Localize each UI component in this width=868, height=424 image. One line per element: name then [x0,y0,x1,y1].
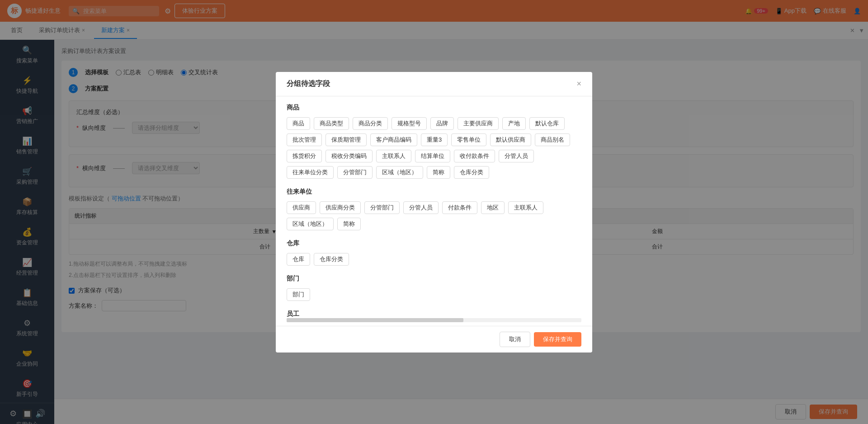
field-tag[interactable]: 仓库分类 [454,166,489,179]
modal-title: 分组待选字段 [287,79,330,89]
modal-save-button[interactable]: 保存并查询 [534,332,581,347]
field-tag[interactable]: 主联系人 [376,150,411,162]
field-section-title: 部门 [287,275,581,283]
field-section-title: 商品 [287,104,581,112]
field-section-title: 员工 [287,310,581,318]
field-grid: 部门 [287,288,581,301]
modal-body: 商品商品商品类型商品分类规格型号品牌主要供应商产地默认仓库批次管理保质期管理客户… [276,96,592,318]
field-tag[interactable]: 商品分类 [353,117,388,130]
field-tag[interactable]: 地区 [481,201,505,214]
field-tag[interactable]: 零售单位 [451,133,486,146]
field-tag[interactable]: 区域（地区） [287,218,334,230]
field-tag[interactable]: 分管部门 [364,201,400,214]
field-tag[interactable]: 规格型号 [392,117,427,130]
field-tag[interactable]: 商品 [287,117,310,130]
field-tag[interactable]: 拣货积分 [287,150,322,162]
field-tag[interactable]: 供应商 [287,201,316,214]
field-tag[interactable]: 分管人员 [403,201,439,214]
modal-footer: 取消 保存并查询 [276,326,592,353]
field-section: 往来单位供应商供应商分类分管部门分管人员付款条件地区主联系人区域（地区）简称 [287,188,581,230]
field-section: 仓库仓库仓库分类 [287,239,581,266]
field-tag[interactable]: 批次管理 [287,133,322,146]
field-tag[interactable]: 分管人员 [499,150,534,162]
field-tag[interactable]: 默认仓库 [529,117,565,130]
field-grid: 供应商供应商分类分管部门分管人员付款条件地区主联系人区域（地区）简称 [287,201,581,230]
field-tag[interactable]: 商品别名 [535,133,570,146]
field-section: 商品商品商品类型商品分类规格型号品牌主要供应商产地默认仓库批次管理保质期管理客户… [287,104,581,179]
field-tag[interactable]: 客户商品编码 [370,133,417,146]
field-grid: 商品商品类型商品分类规格型号品牌主要供应商产地默认仓库批次管理保质期管理客户商品… [287,117,581,179]
field-tag[interactable]: 往来单位分类 [287,166,334,179]
field-grid: 仓库仓库分类 [287,253,581,266]
field-tag[interactable]: 商品类型 [314,117,349,130]
field-tag[interactable]: 供应商分类 [320,201,361,214]
modal-overlay: 分组待选字段 × 商品商品商品类型商品分类规格型号品牌主要供应商产地默认仓库批次… [0,0,868,424]
field-tag[interactable]: 重量3 [421,133,448,146]
field-section: 员工业务员 [287,310,581,318]
modal-horizontal-scrollbar[interactable] [287,318,581,322]
field-tag[interactable]: 仓库分类 [314,253,349,266]
modal: 分组待选字段 × 商品商品商品类型商品分类规格型号品牌主要供应商产地默认仓库批次… [276,72,592,353]
field-tag[interactable]: 收付款条件 [454,150,495,162]
field-tag[interactable]: 品牌 [430,117,454,130]
field-section-title: 往来单位 [287,188,581,196]
field-tag[interactable]: 部门 [287,288,310,301]
modal-close-button[interactable]: × [576,79,581,89]
field-tag[interactable]: 简称 [427,166,450,179]
field-tag[interactable]: 税收分类编码 [326,150,373,162]
field-section: 部门部门 [287,275,581,301]
field-section-title: 仓库 [287,239,581,248]
field-tag[interactable]: 简称 [337,218,361,230]
field-tag[interactable]: 产地 [502,117,526,130]
modal-scrollbar-thumb [287,318,463,322]
field-tag[interactable]: 区域（地区） [376,166,423,179]
field-tag[interactable]: 主联系人 [508,201,543,214]
modal-cancel-button[interactable]: 取消 [500,332,530,347]
field-tag[interactable]: 结算单位 [415,150,450,162]
field-tag[interactable]: 付款条件 [442,201,477,214]
field-tag[interactable]: 分管部门 [337,166,373,179]
field-tag[interactable]: 主要供应商 [458,117,499,130]
field-tag[interactable]: 保质期管理 [326,133,367,146]
modal-header: 分组待选字段 × [276,72,592,96]
field-tag[interactable]: 默认供应商 [490,133,531,146]
field-tag[interactable]: 仓库 [287,253,310,266]
